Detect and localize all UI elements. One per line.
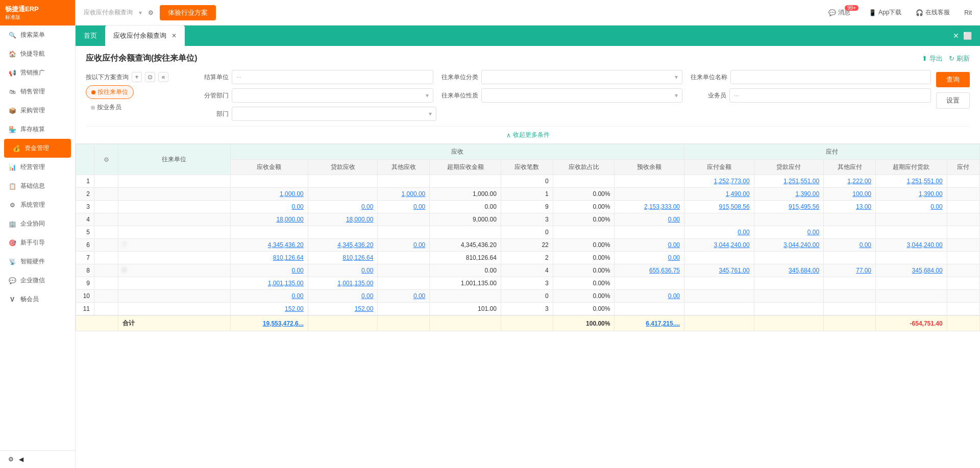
table-cell[interactable]: 100.00 [824,188,876,201]
table-cell[interactable]: 0.00 [378,201,430,213]
table-cell[interactable]: 2,153,333.00 [615,201,684,213]
table-cell[interactable]: 0.00 [754,226,824,239]
table-cell[interactable]: 0.00 [876,201,947,213]
filter-collapse-btn[interactable]: « [158,72,168,82]
tab-home[interactable]: 首页 [76,26,105,46]
partner-name-input[interactable] [730,70,931,84]
table-cell[interactable]: 77.00 [824,264,876,277]
table-cell[interactable]: 1,000.00 [378,188,430,201]
table-cell[interactable]: 18,000.00 [308,213,378,226]
dept-manager-input[interactable]: ▾ [232,88,433,103]
table-cell[interactable]: 1,222.00 [824,175,876,188]
gear-table-icon[interactable]: ⚙ [104,156,109,163]
collapse-more-btn[interactable]: ∧ 收起更多条件 [506,129,550,141]
table-cell[interactable]: 18,000.00 [230,213,308,226]
table-cell[interactable]: 1,390.00 [876,188,947,201]
table-container[interactable]: ⚙ 往来单位 应收 应付 应收金额 贷款应收 其他应收 超期应收金额 应收笔数 … [76,144,980,468]
sidebar-item-search[interactable]: 🔍 搜索菜单 [0,26,75,44]
table-cell[interactable]: 4,345,436.20 [308,239,378,252]
table-cell[interactable]: 1,251,551.00 [876,175,947,188]
sidebar-item-purchase[interactable]: 📦 采购管理 [0,101,75,120]
sidebar-item-finance[interactable]: 💰 资金管理 [4,139,71,158]
table-cell[interactable]: 0.00 [230,290,308,303]
refresh-button[interactable]: ↻ 刷新 [949,54,970,63]
table-cell[interactable]: 810,126.64 [308,252,378,264]
chevron-down-icon[interactable]: ▾ [139,9,142,16]
table-cell[interactable]: 345,684.00 [876,264,947,277]
table-cell[interactable]: 345,684.00 [754,264,824,277]
salesperson-input[interactable]: ··· [729,88,931,103]
setting-button[interactable]: 设置 [936,92,970,109]
settlement-unit-input[interactable]: ··· [232,70,433,84]
table-cell[interactable]: 0.00 [378,290,430,303]
close-window-icon[interactable]: ✕ [953,32,959,40]
table-cell[interactable]: 4,345,436.20 [230,239,308,252]
export-button[interactable]: ⬆ 导出 [922,54,943,63]
sidebar-item-guide[interactable]: 🎯 新手引导 [0,233,75,252]
sidebar-item-inventory[interactable]: 🏪 库存核算 [0,120,75,139]
tab-query[interactable]: 应收应付余额查询 ✕ [105,26,185,46]
app-download[interactable]: 📱 App下载 [869,8,901,17]
table-cell[interactable]: 1,001,135.00 [308,277,378,290]
sidebar-item-member[interactable]: V 畅会员 [0,290,75,309]
table-cell[interactable]: 345,761.00 [684,264,754,277]
col-gear-header[interactable]: ⚙ [94,144,118,175]
sidebar-item-basic[interactable]: 📋 基础信息 [0,177,75,195]
solution-button[interactable]: 体验行业方案 [160,5,216,20]
table-cell[interactable]: 1,251,551.00 [754,175,824,188]
table-cell[interactable]: 3,044,240.00 [684,239,754,252]
table-cell[interactable]: 1,390.00 [754,188,824,201]
filter-target-btn[interactable]: ⊙ [145,72,155,82]
filter-option-partner[interactable]: 按往来单位 [86,85,134,99]
table-cell[interactable]: 0.00 [615,239,684,252]
table-cell[interactable]: 1,490.00 [684,188,754,201]
department-input[interactable]: ▾ [232,107,436,121]
table-cell[interactable]: 152.00 [230,303,308,316]
sidebar-item-hardware[interactable]: 📡 智能硬件 [0,252,75,271]
table-cell[interactable]: 915,508.56 [684,201,754,213]
sidebar-item-wechat[interactable]: 💬 企业微信 [0,271,75,290]
table-cell[interactable]: 0.00 [230,201,308,213]
table-cell[interactable]: 0.00 [378,239,430,252]
table-cell[interactable]: 915,495.56 [754,201,824,213]
table-cell[interactable]: 1,252,773.00 [684,175,754,188]
sidebar-item-label: 经营管理 [20,163,45,171]
table-cell[interactable]: 13.00 [824,201,876,213]
table-cell[interactable]: 3,044,240.00 [754,239,824,252]
collapse-icon[interactable]: ◀︎ [19,456,23,463]
tab-close-icon[interactable]: ✕ [172,32,177,39]
gear-icon[interactable]: ⚙ [148,9,154,16]
table-cell[interactable]: 1,001,135.00 [230,277,308,290]
table-cell[interactable]: 0.00 [615,213,684,226]
partner-category-input[interactable]: ▾ [481,70,682,84]
table-cell[interactable]: 0.00 [308,264,378,277]
table-cell[interactable]: 0.00 [308,290,378,303]
maximize-icon[interactable]: ⬜ [963,32,972,40]
table-cell[interactable]: 0.00 [308,201,378,213]
table-cell[interactable]: 655,636.75 [615,264,684,277]
table-cell[interactable]: 0.00 [615,252,684,264]
table-cell[interactable]: 3,044,240.00 [876,239,947,252]
table-cell[interactable]: 810,126.64 [230,252,308,264]
query-button[interactable]: 查询 [936,72,970,87]
settings-icon[interactable]: ⚙ [8,456,14,463]
table-cell[interactable]: 0.00 [824,239,876,252]
sidebar-item-shortcut[interactable]: 🏠 快捷导航 [0,44,75,63]
table-cell[interactable]: 0.00 [230,264,308,277]
sidebar-item-system[interactable]: ⚙ 系统管理 [0,195,75,214]
partner-nature-input[interactable]: ▾ [481,88,682,103]
table-cell[interactable]: 0.00 [684,226,754,239]
sidebar-item-marketing[interactable]: 📢 营销推广 [0,63,75,82]
message-badge[interactable]: 💬 消息 99+ [828,8,850,17]
user-label[interactable]: Rit [964,9,972,16]
table-cell[interactable]: 152.00 [308,303,378,316]
sidebar-item-operation[interactable]: 📊 经营管理 [0,158,75,177]
sidebar-item-enterprise[interactable]: 🏢 企业协同 [0,214,75,233]
online-service[interactable]: 🎧 在线客服 [916,8,950,17]
footer-label [76,315,118,331]
sidebar-item-sales[interactable]: 🛍 销售管理 [0,82,75,101]
add-filter-btn[interactable]: + [132,72,142,82]
table-cell[interactable]: 0.00 [615,290,684,303]
table-cell[interactable]: 1,000.00 [230,188,308,201]
filter-option-salesperson[interactable]: 按业务员 [86,101,134,114]
